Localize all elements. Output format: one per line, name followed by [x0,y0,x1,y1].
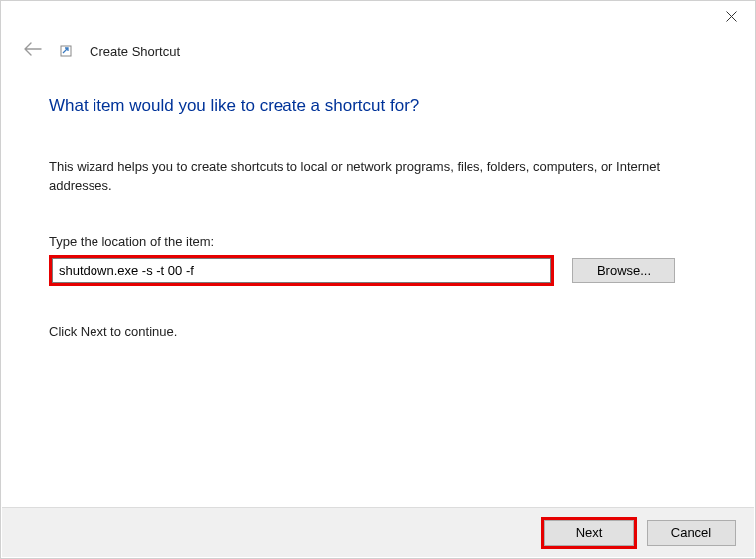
shortcut-icon [59,45,72,58]
window-title: Create Shortcut [90,44,180,59]
input-highlight [49,255,554,286]
titlebar [1,1,755,33]
wizard-window: Create Shortcut What item would you like… [0,0,756,559]
header-row: Create Shortcut [1,33,755,61]
close-button[interactable] [709,3,753,31]
back-arrow-icon [24,42,42,60]
next-highlight: Next [541,517,637,549]
location-input[interactable] [52,258,551,283]
continue-text: Click Next to continue. [49,324,707,339]
location-label: Type the location of the item: [49,234,707,249]
close-icon [726,8,737,26]
input-row: Browse... [49,255,707,286]
browse-button[interactable]: Browse... [572,258,675,283]
next-button[interactable]: Next [544,520,634,546]
description-text: This wizard helps you to create shortcut… [49,158,707,196]
content-area: What item would you like to create a sho… [1,61,755,339]
footer: Next Cancel [2,507,754,557]
main-heading: What item would you like to create a sho… [49,96,707,116]
cancel-button[interactable]: Cancel [647,520,736,546]
back-button[interactable] [23,41,43,61]
